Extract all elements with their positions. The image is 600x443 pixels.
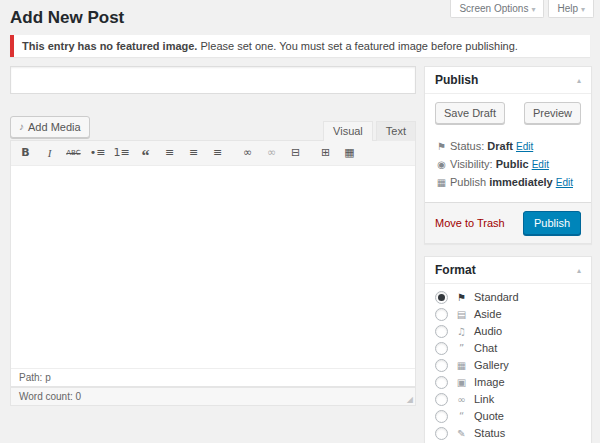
format-panel-header[interactable]: Format ▴ xyxy=(425,257,591,284)
toolbar-toggle-button[interactable]: ▦ xyxy=(338,143,361,163)
align-left-icon: ≡ xyxy=(165,146,174,159)
format-option-image[interactable]: ▣ Image xyxy=(435,376,581,389)
distraction-free-icon: ⊞ xyxy=(321,146,330,159)
save-draft-button[interactable]: Save Draft xyxy=(435,102,505,124)
format-option-gallery[interactable]: ▦ Gallery xyxy=(435,359,581,372)
publish-panel-header[interactable]: Publish ▴ xyxy=(425,67,591,94)
bulleted-list-button[interactable]: •≡ xyxy=(86,143,109,163)
tab-visual[interactable]: Visual xyxy=(323,121,373,141)
unlink-button[interactable]: ∞ xyxy=(260,143,283,163)
align-right-button[interactable]: ≡ xyxy=(206,143,229,163)
radio-image[interactable] xyxy=(435,376,448,389)
radio-standard[interactable] xyxy=(435,291,448,304)
collapse-icon[interactable]: ▴ xyxy=(577,76,581,85)
tab-text[interactable]: Text xyxy=(376,121,416,141)
bold-icon: B xyxy=(21,146,29,159)
editor-path: Path: p xyxy=(11,368,415,386)
bulleted-list-icon: •≡ xyxy=(90,146,106,159)
format-panel-title: Format xyxy=(435,263,476,277)
status-label: Status: xyxy=(450,140,484,152)
gallery-icon: ▦ xyxy=(454,359,469,372)
screen-meta-links: Screen Options▾ Help▾ xyxy=(446,0,594,18)
format-option-standard[interactable]: ⚑ Standard xyxy=(435,291,581,304)
visibility-value: Public xyxy=(496,158,529,170)
editor-canvas[interactable] xyxy=(11,166,415,368)
format-option-aside[interactable]: ▤ Aside xyxy=(435,308,581,321)
status-value: Draft xyxy=(487,140,513,152)
add-media-label: Add Media xyxy=(28,117,81,137)
radio-status[interactable] xyxy=(435,427,448,440)
format-panel: Format ▴ ⚑ Standard ▤ Aside ♫ Audio xyxy=(424,256,592,443)
radio-audio[interactable] xyxy=(435,325,448,338)
toolbar-toggle-icon: ▦ xyxy=(344,146,354,159)
radio-chat[interactable] xyxy=(435,342,448,355)
notice-strong-text: This entry has no featured image. xyxy=(22,40,197,52)
visibility-label: Visibility: xyxy=(450,158,493,170)
link-icon: ∞ xyxy=(243,146,252,159)
align-left-button[interactable]: ≡ xyxy=(158,143,181,163)
screen-options-button[interactable]: Screen Options▾ xyxy=(450,0,544,18)
numbered-list-icon: 1≡ xyxy=(113,146,129,159)
major-publishing-actions: Move to Trash Publish xyxy=(425,202,591,243)
chevron-down-icon: ▾ xyxy=(531,5,535,14)
edit-status-link[interactable]: Edit xyxy=(516,141,533,152)
radio-link[interactable] xyxy=(435,393,448,406)
content-editor: B I ABC •≡ 1≡ “ ≡ ≡ ≡ ∞ ∞ ⊟ ⊞ ▦ Path: p xyxy=(10,140,416,387)
move-to-trash-link[interactable]: Move to Trash xyxy=(435,217,505,229)
visibility-row: ◉Visibility: PublicEdit xyxy=(435,158,581,170)
format-option-chat[interactable]: ” Chat xyxy=(435,342,581,355)
radio-quote[interactable] xyxy=(435,410,448,423)
unlink-icon: ∞ xyxy=(267,146,276,159)
word-count: Word count: 0 xyxy=(19,391,81,402)
strikethrough-icon: ABC xyxy=(66,149,80,157)
schedule-value: immediately xyxy=(489,176,553,188)
format-label: Link xyxy=(474,393,494,406)
format-label: Quote xyxy=(474,410,504,423)
chat-icon: ” xyxy=(454,342,469,355)
chevron-down-icon: ▾ xyxy=(581,5,585,14)
italic-button[interactable]: I xyxy=(38,143,61,163)
align-center-icon: ≡ xyxy=(189,146,198,159)
edit-schedule-link[interactable]: Edit xyxy=(556,177,573,188)
format-label: Image xyxy=(474,376,505,389)
format-label: Standard xyxy=(474,291,519,304)
image-icon: ▣ xyxy=(454,376,469,389)
blockquote-icon: “ xyxy=(142,147,150,164)
radio-gallery[interactable] xyxy=(435,359,448,372)
screen-options-label: Screen Options xyxy=(459,3,528,14)
status-row: ⚑Status: DraftEdit xyxy=(435,140,581,152)
help-button[interactable]: Help▾ xyxy=(548,0,594,18)
format-option-quote[interactable]: “ Quote xyxy=(435,410,581,423)
bold-button[interactable]: B xyxy=(14,143,37,163)
preview-button[interactable]: Preview xyxy=(524,102,581,124)
strikethrough-button[interactable]: ABC xyxy=(62,143,85,163)
format-option-audio[interactable]: ♫ Audio xyxy=(435,325,581,338)
edit-visibility-link[interactable]: Edit xyxy=(532,159,549,170)
more-tag-button[interactable]: ⊟ xyxy=(284,143,307,163)
format-option-link[interactable]: ∞ Link xyxy=(435,393,581,406)
calendar-icon: ▦ xyxy=(435,177,448,188)
editor-mode-tabs: Visual Text xyxy=(320,121,416,141)
distraction-free-button[interactable]: ⊞ xyxy=(314,143,337,163)
align-right-icon: ≡ xyxy=(213,146,222,159)
publish-panel: Publish ▴ Save Draft Preview ⚑Status: Dr… xyxy=(424,66,592,244)
notice-text: Please set one. You must set a featured … xyxy=(201,40,518,52)
help-label: Help xyxy=(557,3,578,14)
add-media-button[interactable]: ♪ Add Media xyxy=(10,116,90,138)
post-title-input[interactable] xyxy=(10,66,416,94)
format-option-status[interactable]: ✎ Status xyxy=(435,427,581,440)
status-format-icon: ✎ xyxy=(454,427,469,440)
radio-aside[interactable] xyxy=(435,308,448,321)
publish-button[interactable]: Publish xyxy=(523,211,581,235)
page-title: Add New Post xyxy=(10,8,124,28)
media-icon: ♪ xyxy=(19,117,24,137)
blockquote-button[interactable]: “ xyxy=(134,143,157,163)
resize-handle[interactable]: ◢ xyxy=(407,395,413,404)
align-center-button[interactable]: ≡ xyxy=(182,143,205,163)
collapse-icon[interactable]: ▴ xyxy=(577,266,581,275)
featured-image-notice: This entry has no featured image. Please… xyxy=(10,35,590,57)
link-button[interactable]: ∞ xyxy=(236,143,259,163)
format-label: Status xyxy=(474,427,505,440)
numbered-list-button[interactable]: 1≡ xyxy=(110,143,133,163)
format-label: Gallery xyxy=(474,359,509,372)
